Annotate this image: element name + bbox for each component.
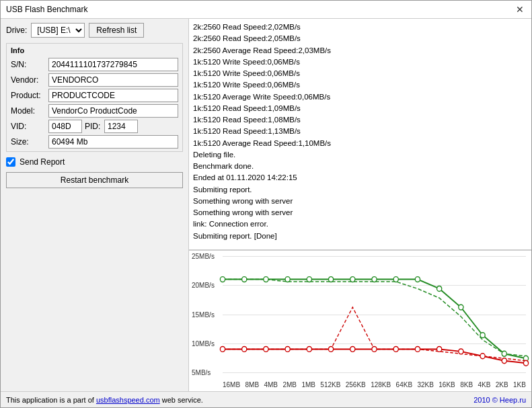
chart-point — [415, 277, 420, 282]
chart-x-label: 1MB — [301, 381, 315, 389]
log-line: Deleting file. — [193, 149, 527, 161]
refresh-button[interactable]: Refresh list — [89, 23, 144, 38]
chart-point — [264, 346, 268, 352]
chart-point — [459, 304, 463, 310]
chart-x-label: 16KB — [439, 381, 455, 389]
sn-label: S/N: — [11, 60, 46, 69]
drive-select[interactable]: [USB] E:\ — [31, 23, 85, 38]
chart-y-label: 15MB/s — [192, 311, 215, 318]
chart-point — [415, 346, 420, 352]
footer: This application is a part of usbflashsp… — [1, 391, 531, 407]
chart-x-label: 64KB — [396, 381, 412, 389]
chart-point — [242, 346, 247, 352]
log-line: 1k:5120 Average Write Speed:0,06MB/s — [193, 91, 527, 103]
chart-point — [437, 346, 442, 352]
log-line: Submiting report. — [193, 184, 527, 196]
chart-x-label: 256KB — [346, 381, 366, 389]
product-field[interactable] — [48, 89, 178, 102]
pid-field[interactable] — [104, 120, 138, 133]
log-line: 1k:5120 Read Speed:1,13MB/s — [193, 126, 527, 137]
vid-pid-row: VID: PID: — [11, 120, 178, 133]
right-panel: 2k:2560 Read Speed:2,02MB/s2k:2560 Read … — [189, 19, 531, 391]
vid-label: VID: — [11, 122, 46, 131]
chart-y-label: 20MB/s — [192, 282, 215, 289]
sn-row: S/N: — [11, 58, 178, 71]
chart-x-label: 128KB — [371, 381, 391, 389]
chart-point — [307, 277, 311, 282]
chart-x-label: 4KB — [478, 381, 490, 389]
chart-x-label: 2KB — [496, 381, 508, 389]
send-report-row: Send Report — [6, 157, 183, 167]
log-line: 1k:5120 Write Speed:0,06MB/s — [193, 56, 527, 68]
chart-y-label: 10MB/s — [192, 339, 215, 347]
model-label: Model: — [11, 106, 46, 116]
chart-x-label: 512KB — [320, 381, 340, 389]
footer-right[interactable]: 2010 © Heep.ru — [473, 396, 526, 404]
chart-inner: 25MB/s20MB/s15MB/s10MB/s5MB/s16MB8MB4MB2… — [223, 256, 526, 372]
chart-point — [459, 349, 463, 354]
chart-point — [372, 277, 377, 282]
sn-field[interactable] — [48, 58, 178, 71]
log-line: 2k:2560 Average Read Speed:2,03MB/s — [193, 45, 527, 56]
chart-x-label: 16MB — [223, 381, 240, 389]
footer-text-after: web service. — [160, 396, 203, 404]
chart-line — [223, 280, 526, 356]
product-label: Product: — [11, 91, 46, 100]
chart-point — [480, 354, 485, 359]
log-line: Benchmark done. — [193, 161, 527, 172]
log-line: Ended at 01.11.2020 14:22:15 — [193, 172, 527, 183]
product-row: Product: — [11, 89, 178, 102]
log-line: link: Connection error. — [193, 218, 527, 230]
chart-x-label: 32KB — [417, 381, 433, 389]
footer-text-before: This application is a part of — [6, 396, 96, 404]
chart-x-label: 4MB — [264, 381, 278, 389]
model-row: Model: — [11, 104, 178, 118]
chart-x-label: 8KB — [460, 381, 473, 389]
send-report-checkbox[interactable] — [6, 157, 15, 167]
chart-point — [307, 346, 311, 352]
model-field[interactable] — [48, 104, 178, 118]
chart-point — [242, 277, 247, 282]
chart-point — [502, 351, 506, 356]
log-line: 1k:5120 Write Speed:0,06MB/s — [193, 79, 527, 91]
info-label: Info — [11, 46, 178, 54]
chart-y-label: 25MB/s — [192, 253, 215, 260]
log-line: 2k:2560 Read Speed:2,02MB/s — [193, 22, 527, 33]
size-field[interactable] — [48, 135, 178, 149]
log-area[interactable]: 2k:2560 Read Speed:2,02MB/s2k:2560 Read … — [189, 19, 531, 250]
size-row: Size: — [11, 135, 178, 149]
vendor-label: Vendor: — [11, 75, 46, 85]
content-area: Drive: [USB] E:\ Refresh list Info S/N: … — [1, 19, 531, 391]
info-group: Info S/N: Vendor: Product: Model: — [6, 43, 183, 152]
chart-point — [393, 346, 398, 352]
chart-point — [285, 277, 290, 282]
main-window: USB Flash Benchmark ✕ Drive: [USB] E:\ R… — [0, 0, 532, 408]
footer-link[interactable]: usbflashspeed.com — [96, 396, 160, 404]
pid-label: PID: — [85, 122, 102, 131]
chart-point — [264, 277, 268, 282]
log-line: Something wrong with server — [193, 196, 527, 207]
log-line: 1k:5120 Average Read Speed:1,10MB/s — [193, 138, 527, 149]
log-line: 2k:2560 Read Speed:2,05MB/s — [193, 33, 527, 44]
log-line: 1k:5120 Write Speed:0,06MB/s — [193, 68, 527, 79]
chart-x-label: 8MB — [245, 381, 260, 389]
left-panel: Drive: [USB] E:\ Refresh list Info S/N: … — [1, 19, 189, 391]
footer-left: This application is a part of usbflashsp… — [6, 396, 203, 404]
chart-point — [285, 346, 290, 352]
chart-point — [480, 333, 485, 338]
close-button[interactable]: ✕ — [514, 3, 526, 15]
send-report-label: Send Report — [20, 157, 65, 167]
chart-point — [328, 277, 333, 282]
vendor-row: Vendor: — [11, 73, 178, 87]
chart-point — [393, 277, 398, 282]
vid-field[interactable] — [48, 120, 82, 133]
size-label: Size: — [11, 137, 46, 147]
chart-point — [372, 346, 377, 352]
chart-y-label: 5MB/s — [192, 369, 211, 376]
restart-button[interactable]: Restart benchmark — [6, 172, 183, 188]
vendor-field[interactable] — [48, 73, 178, 87]
chart-point — [437, 286, 442, 291]
chart-point — [220, 277, 225, 282]
chart-point — [350, 277, 355, 282]
chart-x-label: 1KB — [513, 381, 526, 389]
